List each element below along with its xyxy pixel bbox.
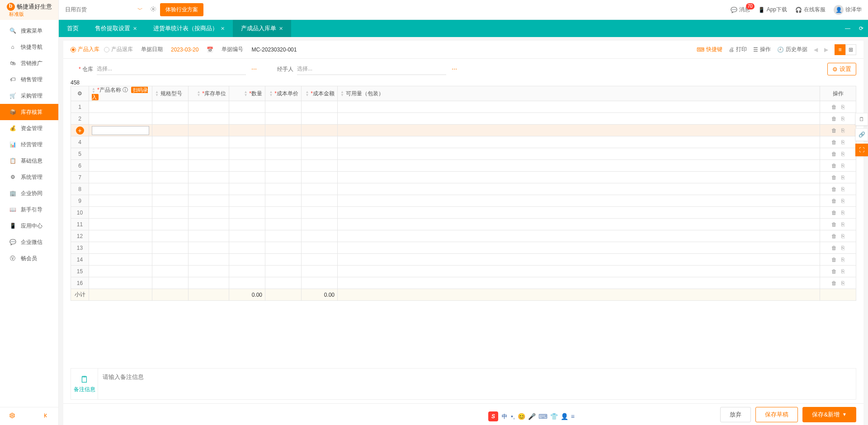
settings-icon[interactable]: [9, 412, 15, 420]
tab-close-icon[interactable]: ✕: [221, 26, 225, 32]
radio-product-in[interactable]: 产品入库: [71, 46, 99, 53]
tab-0[interactable]: 首页: [59, 20, 87, 37]
ime-icon[interactable]: 👕: [550, 413, 558, 420]
table-row[interactable]: 8 🗑 ⎘: [71, 183, 856, 195]
row-copy-icon[interactable]: ⎘: [841, 116, 844, 122]
tab-close-icon[interactable]: ✕: [279, 26, 283, 32]
ime-keyboard-icon[interactable]: ⌨: [538, 413, 547, 420]
row-delete-icon[interactable]: 🗑: [831, 233, 837, 239]
support-button[interactable]: 🎧 在线客服: [795, 6, 826, 14]
sidebar-item-10[interactable]: 🏢企业协同: [0, 185, 58, 201]
app-download-button[interactable]: 📱 App下载: [758, 6, 787, 14]
ime-mic-icon[interactable]: 🎤: [528, 413, 536, 420]
row-copy-icon[interactable]: ⎘: [841, 245, 844, 251]
tab-3[interactable]: 产成品入库单✕: [233, 20, 291, 37]
table-row[interactable]: 15 🗑 ⎘: [71, 266, 856, 277]
row-copy-icon[interactable]: ⎘: [841, 268, 844, 275]
sidebar-item-3[interactable]: 🏷销售管理: [0, 71, 58, 88]
table-row[interactable]: 10 🗑 ⎘: [71, 207, 856, 219]
row-copy-icon[interactable]: ⎘: [841, 280, 844, 286]
shop-selector[interactable]: 日用百货 ﹀: [65, 6, 146, 14]
print-button[interactable]: 🖨 打印: [729, 46, 747, 53]
tab-refresh-button[interactable]: ⟳: [854, 20, 868, 37]
row-copy-icon[interactable]: ⎘: [841, 104, 844, 110]
row-copy-icon[interactable]: ⎘: [841, 163, 844, 169]
table-row[interactable]: 14 🗑 ⎘: [71, 254, 856, 266]
rail-link-icon[interactable]: 🔗: [855, 128, 868, 141]
col-avail[interactable]: ▲▼可用量（包装）: [338, 86, 820, 101]
messages-button[interactable]: 💬 消息 70: [731, 6, 750, 14]
row-copy-icon[interactable]: ⎘: [841, 257, 844, 263]
table-row[interactable]: 4 🗑 ⎘: [71, 136, 856, 148]
sidebar-item-5[interactable]: 📦库存核算: [0, 104, 58, 120]
col-unit[interactable]: ▲▼*库存单位: [189, 86, 229, 101]
row-delete-icon[interactable]: 🗑: [831, 116, 837, 122]
col-amount[interactable]: ▲▼*成本金额: [302, 86, 338, 101]
ime-icon[interactable]: •,: [511, 413, 515, 420]
table-row[interactable]: 11 🗑 ⎘: [71, 219, 856, 230]
sidebar-item-7[interactable]: 📊经营管理: [0, 136, 58, 153]
col-qty[interactable]: ▲▼*数量: [229, 86, 265, 101]
row-copy-icon[interactable]: ⎘: [841, 221, 844, 228]
warehouse-input[interactable]: 选择...: [97, 63, 246, 75]
sidebar-item-2[interactable]: 🛍营销推广: [0, 55, 58, 71]
row-delete-icon[interactable]: 🗑: [831, 139, 837, 145]
rail-notes-icon[interactable]: 🗒: [855, 113, 868, 126]
prev-button[interactable]: ◀: [814, 47, 818, 53]
radio-product-out[interactable]: 产品退库: [104, 46, 133, 53]
sidebar-item-13[interactable]: 💬企业微信: [0, 234, 58, 250]
row-delete-icon[interactable]: 🗑: [831, 280, 837, 286]
row-copy-icon[interactable]: ⎘: [841, 139, 844, 145]
sidebar-item-14[interactable]: Ⓥ畅会员: [0, 250, 58, 266]
tab-minimize-button[interactable]: —: [841, 20, 854, 37]
row-copy-icon[interactable]: ⎘: [841, 174, 844, 181]
ime-toolbar[interactable]: S 中 •, 😊 🎤 ⌨ 👕 👤 ≡: [488, 411, 575, 421]
ime-icon[interactable]: 😊: [518, 413, 525, 420]
row-copy-icon[interactable]: ⎘: [841, 210, 844, 216]
sidebar-item-0[interactable]: 🔍搜索菜单: [0, 23, 58, 39]
tab-close-icon[interactable]: ✕: [133, 26, 137, 32]
sidebar-item-12[interactable]: 📱应用中心: [0, 218, 58, 234]
row-delete-icon[interactable]: 🗑: [831, 221, 837, 228]
table-row[interactable]: 9 🗑 ⎘: [71, 195, 856, 207]
row-delete-icon[interactable]: 🗑: [831, 257, 837, 263]
shortcut-button[interactable]: ⌨ 快捷键: [697, 46, 722, 53]
product-input[interactable]: [92, 126, 149, 135]
save-new-button[interactable]: 保存&新增 ▼: [802, 407, 856, 422]
sidebar-item-8[interactable]: 📋基础信息: [0, 153, 58, 169]
row-delete-icon[interactable]: 🗑: [831, 186, 837, 192]
row-delete-icon[interactable]: 🗑: [831, 198, 837, 204]
row-delete-icon[interactable]: 🗑: [831, 210, 837, 216]
row-copy-icon[interactable]: ⎘: [841, 151, 844, 157]
handler-picker-icon[interactable]: ⋯: [452, 66, 458, 72]
solution-button[interactable]: 体验行业方案: [160, 3, 203, 16]
ime-user-icon[interactable]: 👤: [561, 413, 568, 420]
row-copy-icon[interactable]: ⎘: [841, 127, 844, 134]
row-delete-icon[interactable]: 🗑: [831, 163, 837, 169]
next-button[interactable]: ▶: [824, 47, 828, 53]
ime-lang[interactable]: 中: [502, 413, 507, 420]
warehouse-picker-icon[interactable]: ⋯: [251, 66, 257, 72]
row-copy-icon[interactable]: ⎘: [841, 233, 844, 239]
table-row[interactable]: + 🗑 ⎘: [71, 125, 856, 136]
row-delete-icon[interactable]: 🗑: [831, 174, 837, 181]
rail-expand-icon[interactable]: ⛶: [855, 144, 868, 156]
remark-input[interactable]: [98, 369, 856, 399]
col-product[interactable]: ▲▼*产品名称 ⓘ 扫码录入: [89, 86, 152, 101]
calendar-icon[interactable]: 📅: [207, 47, 213, 53]
table-settings-button[interactable]: ⚙ 设置: [827, 63, 856, 75]
row-copy-icon[interactable]: ⎘: [841, 186, 844, 192]
ime-menu-icon[interactable]: ≡: [571, 413, 575, 420]
date-value[interactable]: 2023-03-20: [171, 47, 198, 53]
view-card-button[interactable]: ⊞: [845, 44, 856, 55]
user-menu[interactable]: 👤 徐泽华: [834, 5, 862, 15]
col-price[interactable]: ▲▼*成本单价: [265, 86, 302, 101]
row-delete-icon[interactable]: 🗑: [831, 104, 837, 110]
table-row[interactable]: 7 🗑 ⎘: [71, 172, 856, 183]
shop-settings-icon[interactable]: [150, 6, 156, 14]
add-row-icon[interactable]: +: [76, 126, 84, 135]
table-row[interactable]: 12 🗑 ⎘: [71, 230, 856, 242]
row-delete-icon[interactable]: 🗑: [831, 245, 837, 251]
col-settings-header[interactable]: ⚙: [71, 86, 89, 101]
sidebar-item-11[interactable]: 📖新手引导: [0, 201, 58, 218]
